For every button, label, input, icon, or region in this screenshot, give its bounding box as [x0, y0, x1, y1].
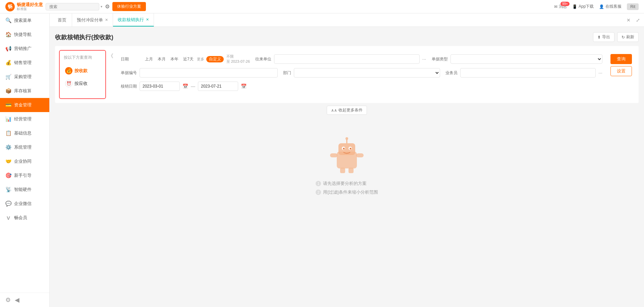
query-type-title: 按以下方案查询 — [62, 55, 103, 60]
marketing-icon: 📢 — [5, 46, 11, 52]
search-area: ▾ — [46, 3, 102, 10]
date-custom[interactable]: 自定义 — [206, 56, 224, 62]
user-info[interactable]: Rit — [627, 3, 639, 10]
app-download-label: App下载 — [579, 4, 594, 9]
query-buttons: 查询 设置 — [608, 50, 635, 99]
member-icon: V — [5, 215, 11, 221]
tab-bar: 首页 预付冲应付单 ✕ 收款核销执行 ✕ ✕ ⤢ — [50, 13, 644, 27]
industry-button[interactable]: 休验行业方案 — [112, 2, 146, 11]
search-input[interactable] — [46, 3, 99, 10]
query-by-receipt[interactable]: 💰 按收款 — [62, 64, 103, 77]
tab-prepayment[interactable]: 预付冲应付单 ✕ — [72, 13, 113, 27]
date-this-month[interactable]: 本月 — [156, 56, 167, 62]
sidebar-item-sales[interactable]: 💰 销售管理 — [0, 56, 49, 70]
online-service-button[interactable]: 👤 在线客服 — [599, 4, 622, 9]
export-label: 导出 — [602, 34, 610, 40]
tab-receipt-verify[interactable]: 收款核销执行 ✕ — [113, 13, 154, 27]
home-icon: 🏠 — [5, 32, 11, 38]
svg-point-5 — [350, 148, 352, 150]
sidebar-label-search: 搜索菜单 — [14, 17, 32, 23]
gear-icon[interactable]: ⚙ — [105, 3, 110, 10]
sidebar-item-cooperation[interactable]: 🤝 企业协同 — [0, 154, 49, 168]
bill-no-label: 单据编号 — [121, 70, 137, 76]
collapse-sidebar-icon[interactable]: ◀ — [15, 296, 19, 304]
query-by-receivable[interactable]: ⏰ 按应收 — [62, 77, 103, 90]
top-bar-left: 畅 畅捷通好生意 标准版 ▾ ⚙ 休验行业方案 — [5, 2, 146, 11]
tab-expand-icon[interactable]: ⤢ — [635, 16, 641, 24]
hardware-icon: 📡 — [5, 187, 11, 193]
app-download-button[interactable]: 📱 App下载 — [572, 4, 594, 9]
sidebar-item-basic[interactable]: 📋 基础信息 — [0, 126, 49, 140]
finance-icon: 💳 — [5, 102, 11, 108]
bill-type-select[interactable] — [450, 54, 603, 64]
tab-receipt-verify-label: 收款核销执行 — [118, 17, 144, 23]
counterpart-dots-icon[interactable]: ··· — [422, 56, 426, 62]
refresh-button[interactable]: ↻ 刷新 — [617, 32, 639, 42]
query-type-panel: 按以下方案查询 💰 按收款 ⏰ 按应收 — [59, 50, 106, 99]
message-button[interactable]: ✉ 消息 99+ — [554, 4, 567, 9]
sidebar-label-marketing: 营销推广 — [14, 46, 32, 52]
sidebar-label-system: 系统管理 — [14, 144, 32, 150]
message-icon: ✉ — [554, 4, 557, 9]
tab-receipt-verify-close[interactable]: ✕ — [146, 17, 149, 22]
staff-dots-icon[interactable]: ··· — [598, 70, 602, 75]
date-unlimited-label: 不限 — [226, 54, 250, 59]
app-icon: 📱 — [572, 4, 577, 9]
dept-select[interactable] — [294, 68, 440, 78]
sidebar-bottom: ⚙ ◀ — [0, 293, 49, 307]
verify-date-from-input[interactable] — [140, 82, 180, 91]
bill-no-input[interactable] — [140, 68, 278, 78]
collapse-query-panel-button[interactable]: 《 — [106, 50, 115, 99]
dept-label: 部门 — [283, 70, 291, 76]
verify-date-to-input[interactable] — [198, 82, 238, 91]
sidebar-item-wechat[interactable]: 💬 企业微信 — [0, 197, 49, 211]
tab-close-all-icon[interactable]: ✕ — [625, 16, 632, 24]
tab-prepayment-close[interactable]: ✕ — [105, 18, 108, 22]
sidebar-item-inventory[interactable]: 📦 库存核算 — [0, 84, 49, 98]
date-more[interactable]: 更多 — [197, 57, 204, 62]
verify-date-field: 核销日期 📅 — 📅 — [121, 82, 247, 91]
sidebar-label-finance: 资金管理 — [14, 102, 32, 108]
date-last-month[interactable]: 上月 — [144, 56, 154, 62]
sidebar-label-shortcut: 快捷导航 — [14, 32, 32, 38]
inventory-icon: 📦 — [5, 88, 11, 94]
tip-text-1: 请先选择要分析的方案 — [323, 181, 367, 187]
sidebar-item-system[interactable]: ⚙️ 系统管理 — [0, 140, 49, 154]
top-bar: 畅 畅捷通好生意 标准版 ▾ ⚙ 休验行业方案 ✉ 消息 99+ 📱 App下载… — [0, 0, 644, 13]
page-title: 收款核销执行(按收款) — [55, 33, 113, 41]
sidebar-item-member[interactable]: V 畅会员 — [0, 211, 49, 225]
sidebar-item-finance[interactable]: 💳 资金管理 — [0, 98, 49, 112]
sidebar-item-search[interactable]: 🔍 搜索菜单 — [0, 13, 49, 28]
query-button[interactable]: 查询 — [610, 54, 632, 64]
calendar-from-icon[interactable]: 📅 — [182, 84, 188, 89]
collapse-more-button[interactable]: ∧∧ 收起更多条件 — [327, 106, 367, 115]
sidebar-item-hardware[interactable]: 📡 智能硬件 — [0, 183, 49, 197]
tab-home[interactable]: 首页 — [52, 13, 72, 27]
settings-bottom-icon[interactable]: ⚙ — [5, 296, 11, 304]
settings-button[interactable]: 设置 — [610, 66, 632, 76]
query-receipt-label: 按收款 — [74, 68, 88, 74]
sidebar-label-sales: 销售管理 — [14, 60, 32, 66]
app-version: 标准版 — [17, 7, 43, 11]
svg-rect-6 — [330, 153, 337, 157]
sidebar-item-shortcut[interactable]: 🏠 快捷导航 — [0, 28, 49, 42]
message-badge: 99+ — [560, 2, 570, 6]
staff-input[interactable] — [460, 68, 596, 78]
counterpart-input[interactable] — [274, 54, 420, 64]
export-button[interactable]: ⬆ 导出 — [593, 32, 614, 42]
query-receivable-label: 按应收 — [74, 81, 88, 87]
search-icon: 🔍 — [5, 17, 11, 23]
date-7days[interactable]: 近7天 — [182, 56, 195, 62]
counterpart-label: 往来单位 — [255, 56, 271, 62]
top-bar-right: ✉ 消息 99+ 📱 App下载 👤 在线客服 Rit — [554, 3, 639, 10]
date-this-year[interactable]: 本年 — [169, 56, 180, 62]
main-layout: 🔍 搜索菜单 🏠 快捷导航 📢 营销推广 💰 销售管理 🛒 采购管理 📦 库存核… — [0, 13, 644, 307]
sidebar-item-operation[interactable]: 📊 经营管理 — [0, 112, 49, 126]
page-actions: ⬆ 导出 ↻ 刷新 — [593, 32, 639, 42]
sidebar-item-guide[interactable]: 🎯 新手引导 — [0, 168, 49, 183]
svg-rect-8 — [340, 168, 345, 173]
sidebar-item-marketing[interactable]: 📢 营销推广 — [0, 42, 49, 56]
calendar-to-icon[interactable]: 📅 — [241, 84, 247, 89]
sidebar-item-purchase[interactable]: 🛒 采购管理 — [0, 70, 49, 84]
bill-type-label: 单据类型 — [432, 56, 448, 62]
